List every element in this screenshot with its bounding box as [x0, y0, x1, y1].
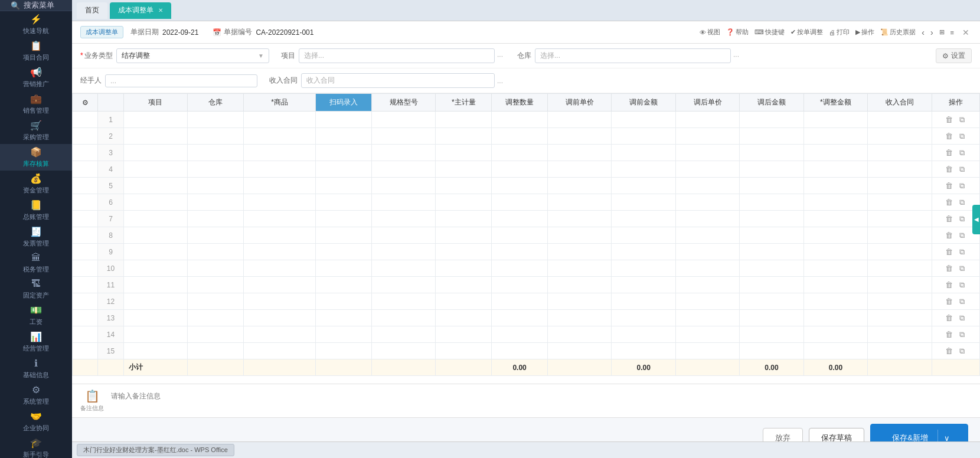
cell-warehouse[interactable] — [188, 161, 244, 178]
cell-scan[interactable] — [315, 343, 371, 359]
cell-after-amount[interactable] — [740, 161, 803, 178]
cell-prev-amount[interactable] — [612, 293, 675, 310]
project-more-btn[interactable]: ··· — [497, 52, 503, 60]
cell-project[interactable] — [123, 145, 187, 161]
cell-qty[interactable] — [492, 343, 548, 359]
cell-spec[interactable] — [371, 260, 435, 277]
cell-adj-amount[interactable] — [803, 277, 867, 293]
cell-after-price[interactable] — [675, 194, 739, 211]
cell-qty[interactable] — [492, 244, 548, 260]
cell-goods[interactable] — [244, 260, 316, 277]
view-btn[interactable]: 👁 视图 — [700, 28, 720, 37]
cell-scan[interactable] — [315, 260, 371, 277]
cell-spec[interactable] — [371, 161, 435, 178]
warehouse-input[interactable]: 选择... — [535, 48, 731, 63]
cell-after-price[interactable] — [675, 277, 739, 293]
th-settings[interactable]: ⚙ — [73, 94, 98, 112]
business-type-input[interactable]: 结存调整 ▼ — [116, 48, 269, 63]
cell-prev-amount[interactable] — [612, 227, 675, 244]
cell-prev-price[interactable] — [548, 310, 612, 326]
cell-warehouse[interactable] — [188, 194, 244, 211]
cell-prev-price[interactable] — [548, 145, 612, 161]
cell-project[interactable] — [123, 343, 187, 359]
cell-income-contract[interactable] — [868, 161, 932, 178]
delete-row-btn[interactable]: 🗑 — [944, 329, 955, 340]
cell-project[interactable] — [123, 178, 187, 194]
cell-unit[interactable] — [436, 178, 492, 194]
cell-after-price[interactable] — [675, 178, 739, 194]
cell-adj-amount[interactable] — [803, 211, 867, 227]
cell-after-price[interactable] — [675, 112, 739, 128]
delete-row-btn[interactable]: 🗑 — [944, 114, 955, 125]
cell-prev-amount[interactable] — [612, 244, 675, 260]
cell-spec[interactable] — [371, 128, 435, 145]
sidebar-item-quick-nav[interactable]: ⚡ 快速导航 — [0, 11, 72, 38]
th-goods[interactable]: *商品 — [244, 94, 316, 112]
cell-adj-amount[interactable] — [803, 310, 867, 326]
th-spec[interactable]: 规格型号 — [371, 94, 435, 112]
th-prev-amount[interactable]: 调前金额 — [612, 94, 675, 112]
cell-adj-amount[interactable] — [803, 145, 867, 161]
sidebar-item-invoice-mgmt[interactable]: 🧾 发票管理 — [0, 224, 72, 250]
cell-scan[interactable] — [315, 161, 371, 178]
cell-goods[interactable] — [244, 128, 316, 145]
cell-after-amount[interactable] — [740, 211, 803, 227]
sidebar-item-ops-mgmt[interactable]: 📊 经营管理 — [0, 329, 72, 355]
cell-unit[interactable] — [436, 227, 492, 244]
cell-prev-price[interactable] — [548, 244, 612, 260]
cell-spec[interactable] — [371, 145, 435, 161]
doc-close-btn[interactable]: ✕ — [960, 27, 972, 38]
th-prev-price[interactable]: 调前单价 — [548, 94, 612, 112]
sidebar-item-basic-info[interactable]: ℹ 基础信息 — [0, 355, 72, 382]
copy-row-btn[interactable]: ⧉ — [957, 329, 968, 340]
notes-icon-box[interactable]: 📋 备注信息 — [80, 389, 104, 413]
cell-spec[interactable] — [371, 343, 435, 359]
cell-warehouse[interactable] — [188, 326, 244, 343]
cell-prev-price[interactable] — [548, 112, 612, 128]
cell-warehouse[interactable] — [188, 227, 244, 244]
cell-goods[interactable] — [244, 326, 316, 343]
cell-unit[interactable] — [436, 310, 492, 326]
delete-row-btn[interactable]: 🗑 — [944, 131, 955, 142]
sidebar-item-new-guide[interactable]: 🎓 新手引导 — [0, 435, 72, 458]
cell-after-price[interactable] — [675, 326, 739, 343]
th-project[interactable]: 项目 — [123, 94, 187, 112]
cell-goods[interactable] — [244, 178, 316, 194]
cell-income-contract[interactable] — [868, 211, 932, 227]
cell-spec[interactable] — [371, 277, 435, 293]
sidebar-item-ledger-mgmt[interactable]: 📒 总账管理 — [0, 197, 72, 224]
cell-project[interactable] — [123, 260, 187, 277]
cell-project[interactable] — [123, 211, 187, 227]
cell-scan[interactable] — [315, 194, 371, 211]
cell-unit[interactable] — [436, 161, 492, 178]
tab-close-icon[interactable]: ✕ — [158, 7, 163, 14]
copy-row-btn[interactable]: ⧉ — [957, 247, 968, 257]
cell-warehouse[interactable] — [188, 178, 244, 194]
cell-qty[interactable] — [492, 211, 548, 227]
delete-row-btn[interactable]: 🗑 — [944, 181, 955, 191]
cell-warehouse[interactable] — [188, 128, 244, 145]
delete-row-btn[interactable]: 🗑 — [944, 148, 955, 158]
print-btn[interactable]: 🖨 打印 — [829, 28, 850, 37]
cell-prev-amount[interactable] — [612, 128, 675, 145]
cell-goods[interactable] — [244, 244, 316, 260]
cell-goods[interactable] — [244, 211, 316, 227]
cell-spec[interactable] — [371, 112, 435, 128]
cell-after-price[interactable] — [675, 161, 739, 178]
cell-scan[interactable] — [315, 178, 371, 194]
taskbar-item[interactable]: 木门行业好业财处理方案-墨红红.doc - WPS Office — [77, 444, 234, 456]
cell-scan[interactable] — [315, 128, 371, 145]
cell-after-amount[interactable] — [740, 277, 803, 293]
cell-project[interactable] — [123, 161, 187, 178]
cell-prev-price[interactable] — [548, 293, 612, 310]
cell-income-contract[interactable] — [868, 293, 932, 310]
cell-project[interactable] — [123, 112, 187, 128]
cell-after-amount[interactable] — [740, 293, 803, 310]
cell-spec[interactable] — [371, 293, 435, 310]
cell-warehouse[interactable] — [188, 112, 244, 128]
shortcut-btn[interactable]: ⌨ 快捷键 — [754, 28, 785, 37]
cell-prev-price[interactable] — [548, 260, 612, 277]
cell-prev-amount[interactable] — [612, 310, 675, 326]
delete-row-btn[interactable]: 🗑 — [944, 280, 955, 290]
list-view-btn[interactable]: ≡ — [950, 29, 954, 36]
